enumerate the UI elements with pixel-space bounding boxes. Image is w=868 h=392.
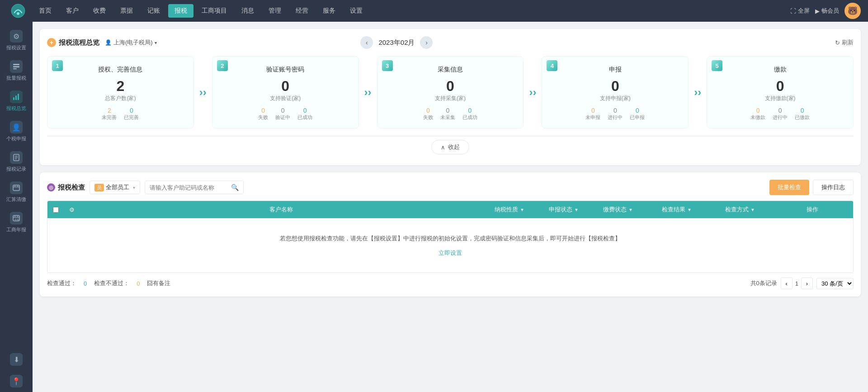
sidebar-item-location[interactable]: 📍 xyxy=(0,370,33,392)
table-header: ⚙ 客户名称 纳税性质 ▼ 申报状态 ▼ 缴费状态 ▼ 检查 xyxy=(47,201,853,218)
nav-invoice[interactable]: 票据 xyxy=(114,4,139,18)
step-5-stat-1[interactable]: 0 进行中 xyxy=(773,107,788,121)
nav-message[interactable]: 消息 xyxy=(235,4,260,18)
step-4-stat-2[interactable]: 0 已申报 xyxy=(630,107,645,121)
step-5-num: 5 xyxy=(712,60,722,71)
step-2-stats: 0 失败 0 验证中 0 已成功 xyxy=(218,107,353,121)
prev-month-button[interactable]: ‹ xyxy=(360,36,373,49)
svg-rect-4 xyxy=(13,68,17,69)
tax-check-table: ⚙ 客户名称 纳税性质 ▼ 申报状态 ▼ 缴费状态 ▼ 检查 xyxy=(47,201,854,273)
filter-icon-2: ▼ xyxy=(574,207,579,212)
th-tax-nature[interactable]: 纳税性质 ▼ xyxy=(482,201,537,218)
section-title-text: 报税检查 xyxy=(58,183,85,192)
sidebar-label-batch-tax: 批量报税 xyxy=(6,75,26,81)
staff-selector[interactable]: 员 全部员工 ▾ xyxy=(90,181,140,194)
step-1-stat-0[interactable]: 2 未完善 xyxy=(102,107,117,121)
sidebar-item-download[interactable]: ⬇ xyxy=(0,349,33,370)
fail-count[interactable]: 0 xyxy=(137,280,140,287)
step-3-subtitle: 支持采集(家) xyxy=(383,95,518,102)
remark-label: 囧有备注 xyxy=(147,279,170,287)
svg-rect-6 xyxy=(15,96,17,100)
step-5-stat-0[interactable]: 0 未缴款 xyxy=(750,107,765,121)
step-3-stat-0[interactable]: 0 失败 xyxy=(423,107,433,121)
logo[interactable] xyxy=(7,4,29,18)
step-3-num: 3 xyxy=(382,60,393,71)
nav-operation[interactable]: 经营 xyxy=(289,4,315,18)
step-4-stat-1[interactable]: 0 进行中 xyxy=(608,107,623,121)
sidebar-item-tax-settings[interactable]: ⚙ 报税设置 xyxy=(0,25,33,56)
step-2-stat-2-num: 0 xyxy=(297,107,312,114)
step-1-stat-0-num: 2 xyxy=(102,107,117,114)
fullscreen-button[interactable]: ⛶ 全屏 xyxy=(790,7,810,15)
nav-tax[interactable]: 报税 xyxy=(168,4,193,18)
step-1-stat-1[interactable]: 0 已完善 xyxy=(124,107,139,121)
search-input[interactable] xyxy=(145,182,226,194)
dropdown-icon: ▾ xyxy=(155,40,157,45)
avatar[interactable]: 🐻 xyxy=(844,3,861,19)
next-month-button[interactable]: › xyxy=(420,36,433,49)
nav-client[interactable]: 客户 xyxy=(60,4,85,18)
nav-home[interactable]: 首页 xyxy=(33,4,58,18)
th-check-method[interactable]: 检查方式 ▼ xyxy=(708,201,772,218)
step-2-stat-0[interactable]: 0 失败 xyxy=(258,107,268,121)
operation-log-button[interactable]: 操作日志 xyxy=(813,180,854,195)
per-page-select[interactable]: 30 条/页 xyxy=(816,278,854,289)
empty-message: 若您想使用报税检查功能，请先在【报税设置】中进行报税的初始化设置，完成密码验证和… xyxy=(280,234,621,244)
section-title: ◎ 报税检查 xyxy=(47,183,85,192)
svg-rect-3 xyxy=(13,66,19,67)
step-1-stat-1-label: 已完善 xyxy=(124,114,139,121)
nav-service[interactable]: 服务 xyxy=(316,4,342,18)
sidebar-item-tax-overview[interactable]: 报税总览 xyxy=(0,86,33,116)
filter-icon-5: ▼ xyxy=(750,207,755,212)
pass-count[interactable]: 0 xyxy=(84,280,87,287)
nav-accounting[interactable]: 记账 xyxy=(141,4,166,18)
personal-tax-icon: 👤 xyxy=(10,121,23,134)
sidebar-item-annual-report[interactable]: 年报 工商年报 xyxy=(0,207,33,238)
collapse-button[interactable]: ∧ 收起 xyxy=(431,140,469,154)
nav-business[interactable]: 工商项目 xyxy=(195,4,233,18)
tax-bureau-selector[interactable]: 👤 上海(电子税局) ▾ xyxy=(105,38,157,47)
step-5-big-num: 0 xyxy=(712,77,848,95)
last-page-button[interactable]: › xyxy=(801,277,813,289)
vip-button[interactable]: ▶ 畅会员 xyxy=(815,7,839,15)
th-check-result[interactable]: 检查结果 ▼ xyxy=(645,201,708,218)
action-buttons: 批量检查 操作日志 xyxy=(769,180,854,195)
step-5-stat-1-num: 0 xyxy=(773,107,788,114)
step-4-stat-0[interactable]: 0 未申报 xyxy=(585,107,600,121)
nav-manage[interactable]: 管理 xyxy=(262,4,288,18)
th-settings[interactable]: ⚙ xyxy=(64,201,80,218)
sidebar-label-settlement: 汇算清缴 xyxy=(6,196,26,203)
svg-rect-7 xyxy=(18,94,19,100)
step-4-stat-0-label: 未申报 xyxy=(585,114,600,121)
nav-settings[interactable]: 设置 xyxy=(344,4,369,18)
section-header: ◎ 报税检查 员 全部员工 ▾ 🔍 批量检查 操作日志 xyxy=(47,180,854,195)
th-pay-status[interactable]: 缴费状态 ▼ xyxy=(591,201,645,218)
sidebar-item-batch-tax[interactable]: 批量报税 xyxy=(0,56,33,86)
nav-fees[interactable]: 收费 xyxy=(87,4,112,18)
step-1-card: 1 授权、完善信息 2 总客户数(家) 2 未完善 0 已完善 xyxy=(47,56,194,129)
staff-badge: 员 xyxy=(94,184,104,191)
setup-link[interactable]: 立即设置 xyxy=(439,249,462,257)
batch-check-button[interactable]: 批量检查 xyxy=(769,180,809,195)
step-2-stat-2[interactable]: 0 已成功 xyxy=(297,107,312,121)
step-3-stat-1[interactable]: 0 未采集 xyxy=(440,107,455,121)
step-2-num: 2 xyxy=(217,60,228,71)
step-2-stat-1[interactable]: 0 验证中 xyxy=(275,107,290,121)
search-button[interactable]: 🔍 xyxy=(226,181,243,194)
th-declare-status[interactable]: 申报状态 ▼ xyxy=(537,201,591,218)
th-checkbox[interactable] xyxy=(47,201,64,218)
tax-settings-icon: ⚙ xyxy=(10,30,23,43)
first-page-button[interactable]: ‹ xyxy=(781,277,793,289)
step-5-stat-2[interactable]: 0 已缴款 xyxy=(795,107,810,121)
sidebar-item-tax-record[interactable]: 报税记录 xyxy=(0,147,33,177)
sidebar-item-personal-tax[interactable]: 👤 个税申报 xyxy=(0,116,33,147)
refresh-button[interactable]: ↻ 刷新 xyxy=(835,38,854,47)
select-all-checkbox[interactable] xyxy=(53,207,59,213)
sidebar-item-settlement[interactable]: 汇算清缴 xyxy=(0,177,33,207)
step-2-stat-0-label: 失败 xyxy=(258,114,268,121)
step-3-stat-2[interactable]: 0 已成功 xyxy=(462,107,477,121)
filter-icon-4: ▼ xyxy=(687,207,692,212)
sidebar-label-tax-settings: 报税设置 xyxy=(6,44,26,51)
tax-record-icon xyxy=(10,151,23,164)
arrow-4: ›› xyxy=(689,56,707,129)
